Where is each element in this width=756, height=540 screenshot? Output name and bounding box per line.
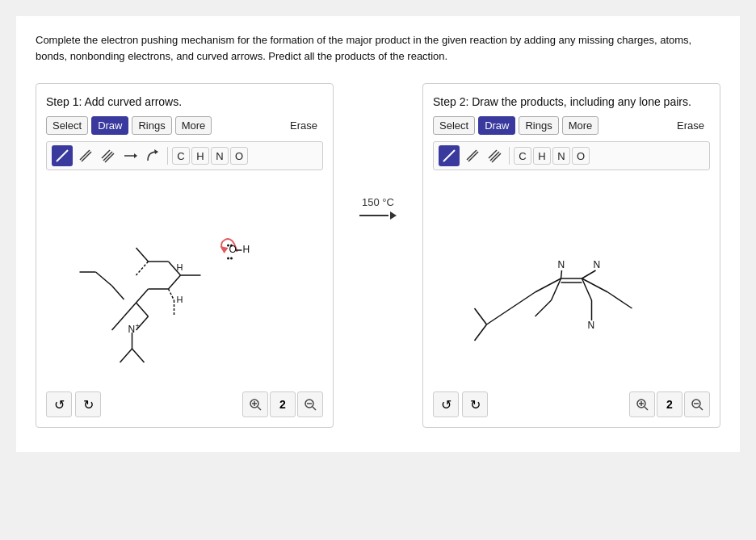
svg-point-35 [230, 257, 233, 260]
svg-line-12 [136, 303, 149, 316]
panel2-zoom-controls: 2 [629, 391, 710, 417]
svg-text:H: H [177, 262, 183, 272]
panel1-redo-btn[interactable]: ↻ [75, 391, 101, 417]
svg-line-63 [552, 278, 561, 300]
panel2-molecule-svg: N N [433, 175, 710, 385]
divider2 [509, 147, 510, 165]
svg-line-71 [475, 308, 487, 324]
panel1-triple-bond-tool[interactable] [97, 145, 118, 166]
panel2-draw-btn[interactable]: Draw [478, 116, 515, 135]
svg-text:N: N [558, 259, 565, 270]
panel1-carbon-btn[interactable]: C [172, 147, 190, 165]
panel1-undo-btn[interactable]: ↺ [46, 391, 72, 417]
panel2-triple-bond-tool[interactable] [484, 145, 505, 166]
panel2-bottom-bar: ↺ ↻ 2 [433, 391, 710, 417]
svg-line-16 [120, 349, 132, 362]
svg-line-40 [136, 262, 149, 275]
panel2-undo-redo: ↺ ↻ [433, 391, 488, 417]
svg-line-48 [443, 150, 455, 161]
panel2-erase-btn[interactable]: Erase [671, 117, 710, 134]
panel2-more-btn[interactable]: More [562, 116, 599, 135]
panel2-select-btn[interactable]: Select [433, 116, 475, 135]
panel1-select-btn[interactable]: Select [46, 116, 88, 135]
panel1-rings-btn[interactable]: Rings [132, 116, 171, 135]
svg-line-13 [124, 303, 136, 316]
reaction-arrow: 150 °C [350, 83, 406, 220]
reaction-temp: 150 °C [362, 196, 394, 208]
svg-line-61 [582, 278, 608, 292]
svg-line-37 [112, 286, 124, 299]
svg-line-57 [511, 292, 536, 308]
panel1-nitrogen-btn[interactable]: N [211, 147, 229, 165]
panel1-molecule-svg: N + [46, 175, 323, 385]
panel2-undo-btn[interactable]: ↺ [433, 391, 459, 417]
svg-line-42 [258, 407, 261, 410]
panel1-draw-btn[interactable]: Draw [91, 116, 128, 135]
panel1-oxygen-btn[interactable]: O [230, 147, 248, 165]
panel2-rings-btn[interactable]: Rings [519, 116, 558, 135]
divider1 [167, 147, 168, 165]
svg-line-24 [169, 289, 174, 300]
svg-line-14 [112, 316, 124, 330]
page: Complete the electron pushing mechanism … [16, 16, 740, 452]
arrow-line [359, 211, 397, 220]
instructions: Complete the electron pushing mechanism … [36, 32, 720, 64]
svg-line-70 [475, 324, 487, 341]
panel2-title: Step 2: Draw the products, including any… [433, 95, 710, 108]
panel1-hydrogen-btn[interactable]: H [191, 147, 209, 165]
panel2-redo-btn[interactable]: ↻ [462, 391, 488, 417]
panel2-oxygen-btn[interactable]: O [572, 147, 590, 165]
panel1-undo-redo: ↺ ↻ [46, 391, 101, 417]
panel1-zoom-in-btn[interactable] [242, 391, 268, 417]
svg-line-62 [608, 292, 632, 308]
svg-line-20 [169, 275, 181, 289]
svg-line-67 [582, 270, 596, 278]
panel2-zoom-in-btn[interactable] [629, 391, 655, 417]
arrow-head [390, 211, 397, 220]
panel2-zoom-reset-btn[interactable]: 2 [657, 391, 682, 417]
panel2-carbon-btn[interactable]: C [514, 147, 531, 165]
panel1-curved-arrow-tool[interactable] [142, 145, 163, 166]
panel1-bottom-bar: ↺ ↻ 2 [46, 391, 323, 417]
svg-point-33 [230, 245, 233, 247]
svg-line-3 [102, 150, 110, 158]
panel2-single-bond-tool[interactable] [439, 145, 460, 166]
panel1-more-btn[interactable]: More [175, 116, 212, 135]
svg-line-66 [561, 270, 562, 278]
panel1-single-bond-tool[interactable] [52, 145, 73, 166]
panel1-zoom-controls: 2 [242, 391, 323, 417]
panel1-double-bond-tool[interactable] [74, 145, 95, 166]
svg-marker-7 [134, 153, 137, 158]
panel2-draw-tools: C H N O [433, 141, 710, 170]
panel2-toolbar: Select Draw Rings More Erase [433, 116, 710, 135]
panel1-drawing-area[interactable]: N + [46, 175, 323, 385]
svg-line-65 [582, 278, 592, 300]
panel-step1: Step 1: Add curved arrows. Select Draw R… [36, 83, 334, 428]
panel2-zoom-out-btn[interactable] [684, 391, 710, 417]
svg-point-32 [227, 245, 229, 247]
svg-text:O: O [229, 244, 237, 255]
panel2-drawing-area[interactable]: N N [433, 175, 710, 385]
svg-line-73 [645, 407, 648, 410]
panel1-erase-btn[interactable]: Erase [284, 117, 323, 134]
arrow-shaft [359, 215, 388, 216]
svg-line-77 [699, 407, 703, 410]
svg-text:H: H [177, 295, 183, 304]
panel1-toolbar: Select Draw Rings More Erase [46, 116, 323, 135]
panel1-zoom-reset-btn[interactable]: 2 [270, 391, 296, 417]
panel1-zoom-out-btn[interactable] [297, 391, 323, 417]
panel2-hydrogen-btn[interactable]: H [533, 147, 551, 165]
svg-text:H: H [243, 244, 250, 255]
panel2-double-bond-tool[interactable] [461, 145, 482, 166]
svg-point-34 [227, 257, 229, 260]
svg-line-64 [536, 300, 552, 316]
svg-line-36 [96, 272, 112, 286]
svg-line-23 [136, 248, 149, 262]
panel1-title: Step 1: Add curved arrows. [46, 95, 323, 108]
panel2-nitrogen-btn[interactable]: N [552, 147, 570, 165]
panel1-arrow-tool[interactable] [120, 145, 141, 166]
svg-line-46 [313, 407, 316, 410]
panel1-draw-tools: C H N O [46, 141, 323, 170]
svg-line-51 [489, 150, 497, 158]
panels-row: Step 1: Add curved arrows. Select Draw R… [36, 83, 720, 428]
